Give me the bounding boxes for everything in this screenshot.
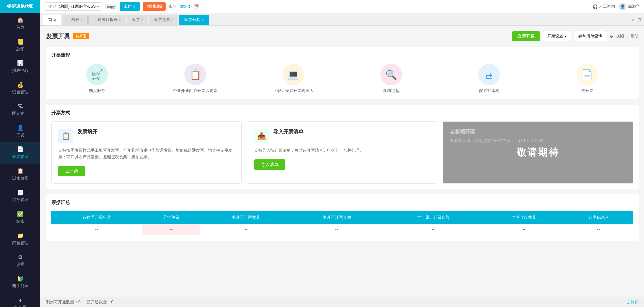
close-window-icon[interactable]: × (632, 17, 635, 22)
import-list-button[interactable]: 导入清单 (254, 159, 285, 170)
old-version-button[interactable]: 切到旧版 (143, 2, 166, 11)
member-icon: ♦ (19, 297, 22, 303)
tab-bar: 首页 工资表 × 工资统计报表 × 发票 × 发票测算 × 发票开具 × × ⊡ (40, 13, 644, 26)
page-content: 发票开具 待开通 立即开通 开票设置 ▾ 异常清单查询 ⚙ 视频 | 帮助 (40, 26, 644, 297)
sidebar-item-label: 新手引导 (12, 283, 28, 289)
coming-soon-text: 敬请期待 (517, 146, 560, 159)
flow-step-buy: 🛒 购买服务 (51, 64, 143, 94)
page-title: 发票开具 (46, 32, 70, 40)
reports-icon: 📊 (17, 60, 24, 66)
tab-close-icon[interactable]: × (81, 18, 83, 22)
invoice-icon: 📄 (17, 146, 24, 152)
video-label[interactable]: 视频 (616, 33, 624, 39)
open-now-button[interactable]: 立即开通 (512, 31, 540, 41)
flow-section: 开票流程 🛒 购买服务 ·· 📋 企业开通配置开票六要素 ·· 💻 下载并安装开… (46, 47, 639, 99)
summary-cell-abnormal: -- (142, 224, 201, 235)
tab-invoice[interactable]: 发票 × (127, 15, 148, 25)
settings-gear-icon[interactable]: ⚙ (610, 34, 613, 39)
sidebar-item-label: 工资 (16, 132, 24, 138)
summary-col-month-count: 本月已开票数量 (200, 211, 291, 224)
sidebar-item-guide[interactable]: 🔰 新手引导 (0, 272, 40, 293)
user-avatar-area[interactable]: 👤 徐溢华 (619, 3, 640, 10)
summary-section: 票据汇总 待处理开票申请 异常单票 本月已开票数量 本月已开票金额 本年累计开票… (46, 194, 639, 241)
flow-step-download: 💻 下载并安装开票机器人 (247, 64, 339, 94)
topbar: (勿删) (勿删) 江西服宝-LSS ▾ copy 工作台 切到旧版 账期 20… (40, 0, 644, 13)
restore-window-icon[interactable]: ⊡ (637, 17, 641, 22)
headset-icon: 🎧 (593, 4, 598, 9)
go-invoice-button[interactable]: 去开票 (58, 166, 85, 176)
tab-invoice-issue[interactable]: 发票开具 × (179, 15, 209, 25)
tab-invoice-calc[interactable]: 发票测算 × (149, 15, 179, 25)
summary-cell-month-amount: -- (291, 224, 382, 235)
config-icon: 📋 (184, 64, 206, 85)
company-select[interactable]: (勿删) (勿删) 江西服宝-LSS ▾ (45, 2, 102, 11)
tab-close-icon[interactable]: × (202, 18, 204, 22)
open-settings-button[interactable]: 开票设置 ▾ (543, 31, 571, 41)
sidebar-item-reports[interactable]: 📊 报表中心 (0, 56, 40, 78)
calendar-icon[interactable]: 📅 (194, 4, 199, 9)
import-title: 导入开票清单 (273, 129, 303, 135)
tab-home[interactable]: 首页 (43, 15, 61, 25)
sidebar-item-label: 税务管理 (12, 197, 28, 203)
flow-title: 开票流程 (51, 52, 633, 58)
sidebar-item-salary[interactable]: 👤 工资 (0, 120, 40, 142)
opened-quota: 已开通数量：0 (87, 300, 113, 304)
summary-row: -- -- -- -- -- -- -- (51, 224, 633, 235)
sidebar-item-settings[interactable]: ⚙ 设置 (0, 250, 40, 272)
download-label: 下载并安装开票机器人 (273, 88, 314, 94)
summary-cell-month-count: -- (200, 224, 291, 235)
sidebar-item-member[interactable]: ♦ 畅会员 (0, 293, 40, 307)
home-icon: 🏠 (17, 17, 24, 23)
summary-col-month-amount: 本月已开票金额 (291, 211, 382, 224)
topbar-right: 🎧 人工咨询 👤 徐溢华 (593, 3, 640, 10)
abnormal-query-button[interactable]: 异常清单查询 (574, 31, 607, 41)
sidebar-item-archive[interactable]: 📁 归档管理 (0, 228, 40, 250)
tab-label: 首页 (48, 17, 56, 23)
methods-section: 开票方式 📋 发票填开 支持按照发票样式手工填写开发票；可开具增值税电子普通发票… (46, 105, 639, 189)
sidebar-item-assets[interactable]: 🏗 固定资产 (0, 99, 40, 120)
summary-col-abnormal: 异常单票 (142, 211, 201, 224)
company-name: (勿删) 江西服宝-LSS (59, 4, 96, 9)
tab-close-icon[interactable]: × (141, 18, 143, 22)
bottom-bar: 剩余可开通数量：0 已开通数量：0 去购买 (40, 297, 644, 307)
tab-close-icon[interactable]: × (119, 18, 121, 22)
sidebar-item-label: 结账 (16, 219, 24, 224)
buy-link[interactable]: 去购买 (626, 299, 639, 305)
purchase-icon: 📋 (17, 168, 24, 174)
go-invoice-label: 去开票 (581, 88, 593, 94)
archive-icon: 📁 (17, 232, 24, 239)
sidebar-item-home[interactable]: 🏠 首页 (0, 13, 40, 34)
sidebar-item-label: 固定资产 (12, 111, 28, 116)
sidebar-item-label: 报表中心 (12, 68, 28, 74)
workspace-button[interactable]: 工作台 (120, 2, 140, 11)
sidebar-item-label: 进销台账 (12, 175, 28, 181)
assets-icon: 🏗 (18, 103, 23, 109)
buy-icon: 🛒 (86, 64, 108, 85)
salary-icon: 👤 (17, 124, 24, 131)
tab-close-icon[interactable]: × (172, 18, 174, 22)
tabs-window-controls: × ⊡ (632, 17, 641, 22)
service-button[interactable]: 🎧 人工咨询 (593, 4, 615, 9)
flow-step-config: 📋 企业开通配置开票六要素 (149, 64, 241, 94)
tab-label: 工资表 (67, 17, 79, 23)
summary-cell-red-info: -- (564, 224, 633, 235)
flow-arrow-2: ·· (242, 71, 246, 78)
sidebar-item-purchase[interactable]: 📋 进销台账 (0, 164, 40, 185)
sidebar-item-settle[interactable]: ✅ 结账 (0, 207, 40, 228)
period-value[interactable]: 2023-02 (178, 4, 193, 9)
sidebar-item-invoice[interactable]: 📄 发票管理 (0, 142, 40, 164)
tab-salary-table[interactable]: 工资表 × (62, 15, 88, 25)
status-badge: 待开通 (73, 33, 89, 39)
sidebar-item-funds[interactable]: 💰 资金管理 (0, 78, 40, 99)
sidebar-item-ledger[interactable]: 📒 总账 (0, 34, 40, 56)
flow-steps: 🛒 购买服务 ·· 📋 企业开通配置开票六要素 ·· 💻 下载并安装开票机器人 … (51, 64, 633, 94)
settings-icon: ⚙ (18, 254, 23, 260)
tab-salary-report[interactable]: 工资统计报表 × (88, 15, 126, 25)
sidebar-item-tax[interactable]: 🧾 税务管理 (0, 185, 40, 207)
help-label[interactable]: 帮助 (631, 33, 639, 39)
method-card-import: 📥 导入开票清单 支持导入待开票清单，可对待开票清单进行拆分、合并处理。 导入清… (247, 121, 438, 184)
tab-label: 工资统计报表 (93, 17, 118, 23)
remaining-quota: 剩余可开通数量：0 (46, 300, 81, 304)
bottom-info: 剩余可开通数量：0 已开通数量：0 (46, 299, 113, 305)
fill-desc: 支持按照发票样式手工填写开发票；可开具增值税电子普通发票、增值税普通发票、增值税… (58, 147, 235, 160)
